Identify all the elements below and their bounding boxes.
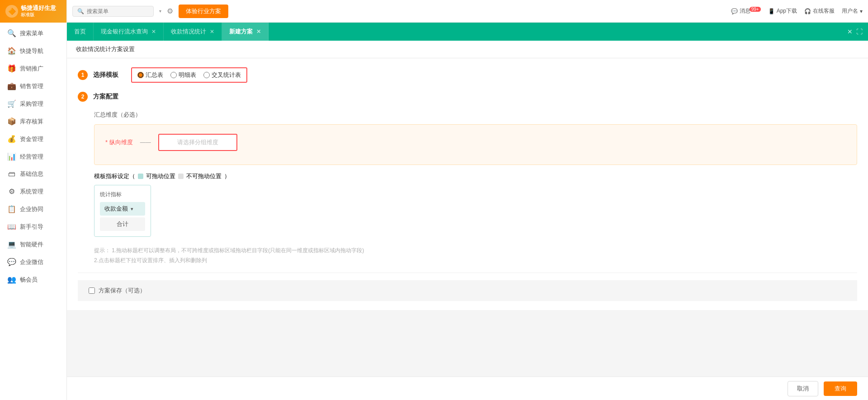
dropdown-arrow-icon[interactable]: ▾ bbox=[159, 9, 161, 14]
sidebar-item-collab[interactable]: 📋 企业协同 bbox=[0, 200, 66, 218]
support-btn[interactable]: 🎧 在线客服 bbox=[804, 7, 835, 15]
sidebar-item-inventory[interactable]: 📦 库存核算 bbox=[0, 113, 66, 130]
book-icon: 📖 bbox=[7, 222, 16, 231]
metrics-label-row: 模板指标设定（ 可拖动位置 不可拖动位置 ） bbox=[94, 172, 857, 180]
sidebar-item-operations[interactable]: 📊 经营管理 bbox=[0, 148, 66, 165]
sidebar-item-quicknav[interactable]: 🏠 快捷导航 bbox=[0, 42, 66, 60]
logo-text: 畅捷通好生意 标准版 bbox=[21, 5, 56, 18]
close-window-icon[interactable]: ✕ bbox=[847, 28, 853, 35]
step2-label: 方案配置 bbox=[93, 93, 118, 101]
step2-badge: 2 bbox=[78, 92, 88, 102]
sidebar-item-basic[interactable]: 🗃 基础信息 bbox=[0, 165, 66, 183]
laptop-icon: 💻 bbox=[7, 240, 16, 249]
sidebar-item-hardware[interactable]: 💻 智能硬件 bbox=[0, 235, 66, 253]
sidebar-item-sales[interactable]: 💼 销售管理 bbox=[0, 77, 66, 95]
tab-cashflow-close[interactable]: ✕ bbox=[151, 28, 156, 35]
search-icon: 🔍 bbox=[77, 8, 84, 14]
tab-cashflow[interactable]: 现金银行流水查询 ✕ bbox=[94, 23, 164, 41]
dimension-row: * 纵向维度 —— 请选择分组维度 bbox=[105, 134, 846, 151]
sidebar: 🔶 畅捷通好生意 标准版 🔍 搜索菜单 🏠 快捷导航 🎁 营销推广 💼 销售管理… bbox=[0, 0, 67, 400]
briefcase-icon: 💼 bbox=[7, 82, 16, 90]
gift-icon: 🎁 bbox=[7, 64, 16, 73]
draggable-legend-label: 可拖动位置 bbox=[146, 172, 175, 180]
top-header: 🔍 ▾ ⚙ 体验行业方案 💬 消息 99+ 📱 App下载 🎧 在线客服 用户名… bbox=[67, 0, 868, 23]
download-btn[interactable]: 📱 App下载 bbox=[768, 7, 797, 15]
sidebar-item-finance[interactable]: 💰 资金管理 bbox=[0, 130, 66, 148]
save-checkbox[interactable] bbox=[89, 287, 95, 294]
user-dropdown-icon: ▾ bbox=[860, 8, 863, 14]
bottom-bar: 取消 查询 bbox=[67, 376, 868, 400]
radio-detail[interactable]: 明细表 bbox=[170, 71, 196, 79]
search-box: 🔍 bbox=[72, 6, 154, 17]
download-icon: 📱 bbox=[768, 8, 775, 14]
logo-icon: 🔶 bbox=[5, 5, 18, 18]
step1-badge: 1 bbox=[78, 70, 88, 80]
tab-collection-close[interactable]: ✕ bbox=[210, 28, 214, 35]
tab-newplan[interactable]: 新建方案 ✕ bbox=[222, 23, 269, 41]
hint-line-2: 2.点击标题栏下拉可设置排序、插入列和删除列 bbox=[94, 256, 857, 266]
message-btn[interactable]: 💬 消息 99+ bbox=[731, 7, 761, 15]
form-section: 1 选择模板 汇总表 明细表 交叉统计表 bbox=[67, 58, 868, 310]
chart-icon: 📊 bbox=[7, 152, 16, 161]
metrics-label-close: ） bbox=[224, 172, 230, 180]
sidebar-nav: 🔍 搜索菜单 🏠 快捷导航 🎁 营销推广 💼 销售管理 🛒 采购管理 📦 库存核… bbox=[0, 23, 66, 400]
tab-collection[interactable]: 收款情况统计 ✕ bbox=[164, 23, 222, 41]
template-selection-box: 汇总表 明细表 交叉统计表 bbox=[131, 67, 247, 83]
radio-detail-input[interactable] bbox=[170, 72, 177, 78]
user-label: 用户名 bbox=[842, 7, 858, 15]
header-actions: 💬 消息 99+ 📱 App下载 🎧 在线客服 用户名 ▾ bbox=[731, 7, 863, 15]
box-icon: 📦 bbox=[7, 117, 16, 126]
page-header: 收款情况统计方案设置 bbox=[67, 41, 868, 58]
gear-icon[interactable]: ⚙ bbox=[167, 7, 173, 15]
metrics-group-label: 统计指标 bbox=[100, 191, 145, 198]
step2-section: 2 方案配置 汇总维度（必选） * 纵向维度 —— 请选择分组维度 bbox=[78, 92, 857, 265]
summary-dim-title: 汇总维度（必选） bbox=[94, 111, 857, 119]
fixed-legend-dot bbox=[178, 174, 184, 179]
main-content: 🔍 ▾ ⚙ 体验行业方案 💬 消息 99+ 📱 App下载 🎧 在线客服 用户名… bbox=[67, 0, 868, 400]
step1-label: 选择模板 bbox=[93, 71, 118, 79]
radio-summary[interactable]: 汇总表 bbox=[137, 71, 163, 79]
sidebar-item-member[interactable]: 👥 畅会员 bbox=[0, 271, 66, 288]
vertical-dim-label: * 纵向维度 bbox=[105, 138, 133, 146]
home-icon: 🏠 bbox=[7, 47, 16, 55]
content-area: 收款情况统计方案设置 1 选择模板 汇总表 明细表 bbox=[67, 41, 868, 400]
metrics-card-amount[interactable]: 收款金额 ▾ bbox=[100, 202, 145, 216]
dimension-area: * 纵向维度 —— 请选择分组维度 bbox=[94, 124, 857, 165]
money-icon: 💰 bbox=[7, 135, 16, 143]
save-option: 方案保存（可选） bbox=[78, 280, 857, 301]
metrics-card-total: 合计 bbox=[100, 217, 145, 231]
sidebar-item-purchase[interactable]: 🛒 采购管理 bbox=[0, 95, 66, 113]
step2-content: 汇总维度（必选） * 纵向维度 —— 请选择分组维度 模板指标设定（ 可拖动位置 bbox=[78, 111, 857, 265]
search-input[interactable] bbox=[87, 8, 146, 14]
tab-bar: 首页 现金银行流水查询 ✕ 收款情况统计 ✕ 新建方案 ✕ ✕ ⛶ bbox=[67, 23, 868, 41]
sidebar-item-marketing[interactable]: 🎁 营销推广 bbox=[0, 60, 66, 77]
tab-newplan-close[interactable]: ✕ bbox=[256, 28, 261, 35]
sidebar-item-search[interactable]: 🔍 搜索菜单 bbox=[0, 24, 66, 42]
fixed-legend-label: 不可拖动位置 bbox=[186, 172, 222, 180]
save-label: 方案保存（可选） bbox=[99, 287, 146, 295]
user-menu[interactable]: 用户名 ▾ bbox=[842, 7, 863, 15]
message-label: 消息 bbox=[740, 7, 750, 15]
cancel-button[interactable]: 取消 bbox=[788, 381, 818, 396]
hint-line-1: 提示： 1.拖动标题栏可以调整布局，不可跨维度或指标区域拖动栏目字段(只能在同一… bbox=[94, 246, 857, 256]
wechat-icon: 💬 bbox=[7, 258, 16, 266]
tab-spacer bbox=[269, 23, 842, 41]
industry-btn[interactable]: 体验行业方案 bbox=[179, 5, 228, 18]
section-divider bbox=[78, 273, 857, 273]
tab-home[interactable]: 首页 bbox=[67, 23, 94, 41]
sidebar-item-wechat[interactable]: 💬 企业微信 bbox=[0, 253, 66, 271]
hint-section: 提示： 1.拖动标题栏可以调整布局，不可跨维度或指标区域拖动栏目字段(只能在同一… bbox=[94, 246, 857, 265]
metrics-card-dropdown-icon[interactable]: ▾ bbox=[131, 206, 133, 212]
support-icon: 🎧 bbox=[804, 8, 811, 14]
sidebar-item-guide[interactable]: 📖 新手引导 bbox=[0, 218, 66, 235]
metrics-label-text: 模板指标设定（ bbox=[94, 172, 135, 180]
query-button[interactable]: 查询 bbox=[824, 381, 857, 396]
expand-window-icon[interactable]: ⛶ bbox=[856, 28, 863, 35]
sidebar-item-system[interactable]: ⚙ 系统管理 bbox=[0, 183, 66, 200]
radio-summary-input[interactable] bbox=[137, 72, 144, 78]
radio-crosstab[interactable]: 交叉统计表 bbox=[203, 71, 241, 79]
dimension-select[interactable]: 请选择分组维度 bbox=[158, 134, 237, 151]
member-icon: 👥 bbox=[7, 275, 16, 284]
collab-icon: 📋 bbox=[7, 205, 16, 213]
radio-crosstab-input[interactable] bbox=[203, 72, 210, 78]
